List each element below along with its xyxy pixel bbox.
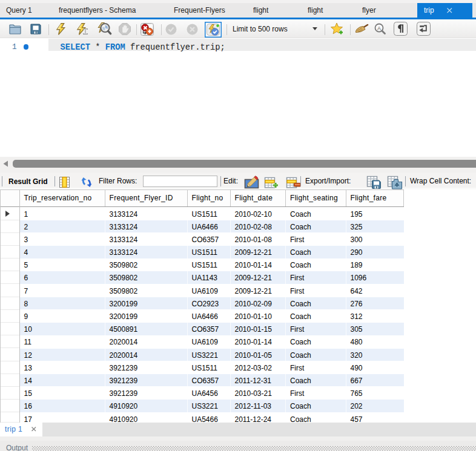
- svg-text:A: A: [377, 25, 381, 31]
